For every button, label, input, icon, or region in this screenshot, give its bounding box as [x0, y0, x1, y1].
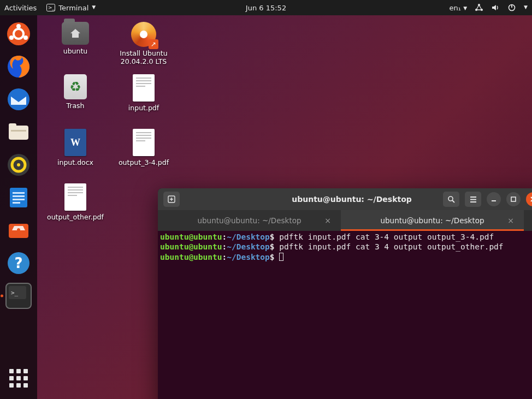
desktop-icon-label: output_3-4.pdf — [119, 158, 169, 166]
thunderbird-icon — [7, 87, 31, 111]
input-language-label: en₁ — [450, 4, 461, 12]
desktop-icon-label: ubuntu — [63, 47, 88, 55]
dock-item-rhythmbox[interactable] — [5, 152, 32, 178]
desktop[interactable]: ubuntu ↗ Install Ubuntu 20.04.2.0 LTS ♻ … — [37, 15, 532, 399]
desktop-icon-trash[interactable]: ♻ Trash — [45, 74, 105, 110]
terminal-line: ubuntu@ubuntu:~/Desktop$ pdftk input.pdf… — [160, 232, 532, 242]
active-app-name: Terminal — [58, 4, 88, 12]
desktop-icon-label: Install Ubuntu 20.04.2.0 LTS — [111, 49, 176, 65]
svg-point-10 — [9, 35, 14, 40]
svg-rect-22 — [13, 195, 25, 197]
top-bar: Activities >_ Terminal ▼ Jun 6 15:52 en₁… — [0, 0, 532, 15]
minimize-button[interactable] — [487, 192, 501, 206]
svg-rect-15 — [9, 123, 16, 128]
tab-close-button[interactable]: × — [507, 216, 514, 225]
firefox-icon — [7, 55, 31, 79]
pdf-file-icon — [133, 129, 155, 156]
dock-item-ubuntu[interactable] — [5, 21, 32, 47]
search-icon — [447, 195, 456, 204]
ubuntu-software-icon — [7, 218, 31, 242]
menu-button[interactable] — [465, 192, 481, 207]
svg-rect-37 — [511, 197, 516, 201]
dock-item-thunderbird[interactable] — [5, 86, 32, 112]
svg-text:?: ? — [14, 255, 22, 271]
clock[interactable]: Jun 6 15:52 — [246, 4, 286, 12]
terminal-tab-2[interactable]: ubuntu@ubuntu: ~/Desktop × — [341, 210, 524, 231]
chevron-down-icon: ▼ — [463, 5, 467, 11]
pdf-file-icon — [133, 74, 155, 102]
power-icon[interactable] — [507, 3, 516, 12]
dock-item-terminal[interactable]: >_ — [5, 283, 32, 309]
dock-item-firefox[interactable] — [5, 53, 32, 80]
terminal-content[interactable]: ubuntu@ubuntu:~/Desktop$ pdftk input.pdf… — [158, 231, 532, 399]
dock-item-files[interactable] — [5, 119, 32, 145]
svg-point-19 — [17, 163, 20, 166]
svg-rect-21 — [13, 192, 25, 194]
svg-line-32 — [452, 200, 454, 203]
desktop-icon-output-other-pdf[interactable]: output_other.pdf — [37, 183, 114, 221]
desktop-icon-label: Trash — [66, 102, 84, 110]
svg-rect-16 — [11, 130, 26, 132]
svg-point-9 — [16, 24, 21, 28]
maximize-icon — [510, 196, 517, 203]
desktop-icon-install-ubuntu[interactable]: ↗ Install Ubuntu 20.04.2.0 LTS — [114, 22, 174, 65]
desktop-icon-label: input.pdf — [128, 104, 159, 112]
folder-icon — [62, 22, 89, 45]
dock-item-software[interactable] — [5, 217, 32, 243]
docx-file-icon: W — [64, 129, 86, 156]
terminal-tabbar: ubuntu@ubuntu: ~/Desktop × ubuntu@ubuntu… — [158, 210, 532, 231]
terminal-icon: >_ — [46, 4, 55, 11]
svg-rect-23 — [13, 199, 25, 200]
installer-disc-icon: ↗ — [131, 22, 156, 47]
new-tab-button[interactable] — [163, 192, 180, 207]
apps-grid-icon — [9, 369, 28, 388]
maximize-button[interactable] — [506, 192, 521, 206]
search-button[interactable] — [443, 192, 459, 207]
shortcut-arrow-icon: ↗ — [149, 39, 158, 49]
terminal-tab-label: ubuntu@ubuntu: ~/Desktop — [197, 216, 301, 225]
chevron-down-icon: ▼ — [92, 4, 96, 10]
desktop-icon-output-3-4-pdf[interactable]: output_3-4.pdf — [114, 129, 174, 166]
new-tab-icon — [167, 195, 176, 204]
minimize-icon — [490, 196, 497, 203]
close-icon — [530, 196, 532, 203]
svg-rect-20 — [10, 188, 27, 207]
activities-button[interactable]: Activities — [4, 4, 37, 12]
rhythmbox-icon — [7, 153, 31, 177]
svg-point-31 — [448, 196, 453, 201]
terminal-line: ubuntu@ubuntu:~/Desktop$ — [160, 252, 532, 262]
desktop-icon-label: input.docx — [57, 158, 93, 166]
hamburger-icon — [469, 195, 477, 204]
terminal-tab-label: ubuntu@ubuntu: ~/Desktop — [380, 216, 484, 225]
svg-point-11 — [23, 35, 28, 40]
tab-close-button[interactable]: × — [324, 216, 331, 225]
volume-icon[interactable] — [491, 3, 500, 12]
chevron-down-icon: ▼ — [524, 4, 528, 10]
ubuntu-logo-icon — [7, 22, 31, 46]
show-applications-button[interactable] — [5, 365, 32, 391]
tabs-menu-button[interactable]: ▼ — [524, 210, 532, 231]
desktop-icon-input-pdf[interactable]: input.pdf — [114, 74, 174, 112]
terminal-tab-1[interactable]: ubuntu@ubuntu: ~/Desktop × — [158, 210, 341, 231]
libreoffice-writer-icon — [7, 186, 31, 210]
dock-item-help[interactable]: ? — [5, 250, 32, 276]
dock: ? >_ — [0, 15, 37, 399]
active-app-menu[interactable]: >_ Terminal ▼ — [46, 4, 96, 12]
network-icon[interactable] — [475, 3, 483, 12]
desktop-icon-home[interactable]: ubuntu — [45, 22, 105, 55]
close-button[interactable] — [526, 192, 532, 206]
home-icon — [70, 28, 81, 38]
input-language-indicator[interactable]: en₁ ▼ — [450, 4, 468, 12]
desktop-icon-input-docx[interactable]: W input.docx — [45, 129, 105, 166]
terminal-titlebar[interactable]: ubuntu@ubuntu: ~/Desktop — [158, 188, 532, 210]
svg-rect-24 — [13, 202, 20, 204]
terminal-window[interactable]: ubuntu@ubuntu: ~/Desktop — [158, 188, 532, 399]
terminal-line: ubuntu@ubuntu:~/Desktop$ pdftk input.pdf… — [160, 242, 532, 252]
files-icon — [7, 120, 31, 144]
pdf-file-icon — [64, 183, 86, 211]
dock-item-writer[interactable] — [5, 184, 32, 211]
svg-text:>_: >_ — [48, 5, 55, 10]
terminal-cursor — [279, 253, 283, 261]
desktop-icon-label: output_other.pdf — [47, 213, 104, 221]
trash-icon: ♻ — [64, 74, 87, 99]
